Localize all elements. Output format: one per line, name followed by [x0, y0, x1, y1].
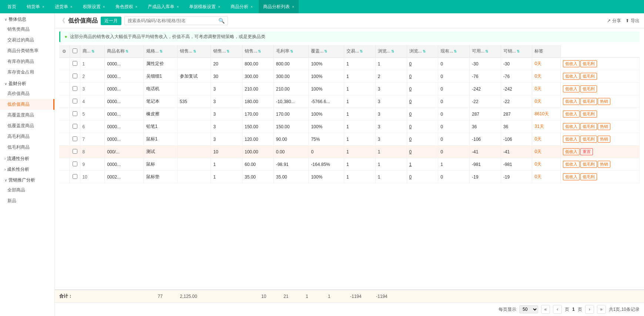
close-purchase-order-icon[interactable]: × [70, 5, 73, 9]
row-checkbox-4[interactable] [70, 95, 80, 108]
tag: 低毛利 [580, 136, 597, 143]
tag: 低毛利 [580, 73, 597, 80]
search-box: 🔍 [124, 16, 228, 25]
row-select-checkbox-8[interactable] [73, 149, 77, 154]
row-coverage-1: 1 [344, 58, 376, 70]
row-num-2: 2 [80, 70, 105, 83]
chevron-down-icon-3: ∨ [4, 178, 7, 182]
row-available-4: -22 [501, 95, 532, 108]
row-tags-1: 低收入低毛利 [561, 58, 640, 70]
share-button[interactable]: ↗ 分享 [607, 18, 621, 24]
row-select-checkbox-10[interactable] [73, 174, 77, 179]
row-checkbox-5[interactable] [70, 108, 80, 120]
per-page-select[interactable]: 50 100 200 [519, 305, 538, 313]
row-checkbox-10[interactable] [70, 171, 80, 183]
row-select-checkbox-7[interactable] [73, 136, 77, 141]
row-views1-4: 0 [407, 95, 438, 108]
nav-product-stock[interactable]: 产成品入库单 × [143, 0, 183, 13]
next-page-button[interactable]: › [585, 305, 594, 314]
sidebar-item-category-sales[interactable]: 商品分类销售率 [0, 45, 54, 56]
row-views2-7: 0 [438, 133, 470, 146]
column-checkbox[interactable] [70, 45, 80, 58]
close-template-settings-icon[interactable]: × [218, 5, 220, 9]
row-days-9: 0天 [532, 158, 561, 171]
row-select-checkbox-3[interactable] [73, 86, 77, 91]
nav-product-analysis-list[interactable]: 商品分析列表 × [259, 0, 299, 13]
row-select-checkbox-4[interactable] [73, 99, 77, 103]
sidebar-item-stock-capital[interactable]: 库存资金占用 [0, 67, 54, 78]
column-saleable: 可销...⇅ [501, 45, 532, 58]
sidebar-group-flow[interactable]: › 流通性分析 [0, 153, 54, 163]
nav-sales-order[interactable]: 销货单 × [22, 0, 49, 13]
row-gear-1[interactable] [59, 58, 70, 70]
row-sales-val-5: 170.00 [274, 108, 309, 120]
row-gear-5[interactable] [59, 108, 70, 120]
row-checkbox-6[interactable] [70, 120, 80, 133]
row-select-checkbox-6[interactable] [73, 124, 77, 129]
row-checkbox-7[interactable] [70, 133, 80, 146]
search-input[interactable] [128, 18, 217, 23]
close-role-auth-icon[interactable]: × [135, 5, 138, 9]
sidebar-item-high-value[interactable]: 高价值商品 [0, 88, 54, 99]
column-gear[interactable]: ⚙ [59, 45, 70, 58]
row-gear-2[interactable] [59, 70, 70, 83]
row-current-stock-9: -981 [469, 158, 501, 171]
row-available-2: -76 [501, 70, 532, 83]
close-product-analysis-icon[interactable]: × [251, 5, 253, 9]
search-icon[interactable]: 🔍 [218, 18, 225, 24]
row-checkbox-3[interactable] [70, 83, 80, 95]
row-gear-4[interactable] [59, 95, 70, 108]
table-row: 4 0000... 笔记本 535 3 180.00 -10,380... -5… [59, 95, 640, 108]
sidebar-item-low-margin[interactable]: 低毛利商品 [0, 142, 54, 153]
close-product-stock-icon[interactable]: × [177, 5, 179, 9]
nav-template-settings[interactable]: 单据模板设置 × [185, 0, 225, 13]
row-select-checkbox-5[interactable] [73, 111, 77, 116]
row-checkbox-9[interactable] [70, 158, 80, 171]
row-coverage-3: 1 [344, 83, 376, 95]
close-sales-order-icon[interactable]: × [42, 5, 44, 9]
row-gear-9[interactable] [59, 158, 70, 171]
sidebar-item-traded-products[interactable]: 交易过的商品 [0, 35, 54, 45]
row-select-checkbox-9[interactable] [73, 162, 77, 166]
sidebar-item-stocked-products[interactable]: 有库存的商品 [0, 56, 54, 67]
close-permission-settings-icon[interactable]: × [103, 5, 105, 9]
sidebar-item-all-products[interactable]: 全部商品 [0, 185, 54, 196]
row-select-checkbox-1[interactable] [73, 61, 77, 66]
sidebar-group-overall[interactable]: ∨ 整体信息 [0, 13, 54, 24]
row-spec-7 [177, 133, 211, 146]
select-all-checkbox[interactable] [73, 48, 77, 53]
sidebar-group-financial[interactable]: ∨ 盈财分析 [0, 78, 54, 88]
row-checkbox-8[interactable] [70, 146, 80, 158]
nav-home[interactable]: 首页 [3, 0, 21, 13]
row-gear-10[interactable] [59, 171, 70, 183]
sidebar-group-growth[interactable]: › 成长性分析 [0, 163, 54, 174]
sidebar-item-new-products[interactable]: 新品 [0, 196, 54, 206]
column-current-stock: 现有...⇅ [438, 45, 470, 58]
close-product-analysis-list-icon[interactable]: × [292, 5, 294, 9]
sidebar-item-sales-products[interactable]: 销售类商品 [0, 24, 54, 35]
nav-purchase-order[interactable]: 进货单 × [50, 0, 77, 13]
row-select-checkbox-2[interactable] [73, 74, 77, 78]
row-checkbox-2[interactable] [70, 70, 80, 83]
first-page-button[interactable]: « [541, 305, 550, 314]
prev-page-button[interactable]: ‹ [553, 305, 562, 314]
sidebar-group-marketing[interactable]: ∨ 营销推广分析 [0, 174, 54, 185]
row-gear-7[interactable] [59, 133, 70, 146]
sidebar-item-high-margin[interactable]: 高毛利商品 [0, 131, 54, 142]
filter-recent-month-button[interactable]: 近一月 [101, 17, 121, 25]
row-gear-3[interactable] [59, 83, 70, 95]
row-gear-8[interactable] [59, 146, 70, 158]
last-page-button[interactable]: » [597, 305, 606, 314]
collapse-sidebar-button[interactable]: 《 [59, 17, 65, 25]
row-views1-5: 0 [407, 108, 438, 120]
row-gear-6[interactable] [59, 120, 70, 133]
sidebar-item-low-coverage[interactable]: 低覆盖度商品 [0, 120, 54, 131]
sidebar-item-high-coverage[interactable]: 高覆盖度商品 [0, 110, 54, 120]
nav-permission-settings[interactable]: 权限设置 × [78, 0, 110, 13]
row-checkbox-1[interactable] [70, 58, 80, 70]
nav-role-auth[interactable]: 角色授权 × [111, 0, 142, 13]
sidebar-item-low-value[interactable]: 低价值商品 [0, 99, 54, 110]
nav-product-analysis[interactable]: 商品分析 × [226, 0, 257, 13]
row-available-8: -41 [501, 146, 532, 158]
export-button[interactable]: ⬆ 导出 [625, 18, 640, 24]
